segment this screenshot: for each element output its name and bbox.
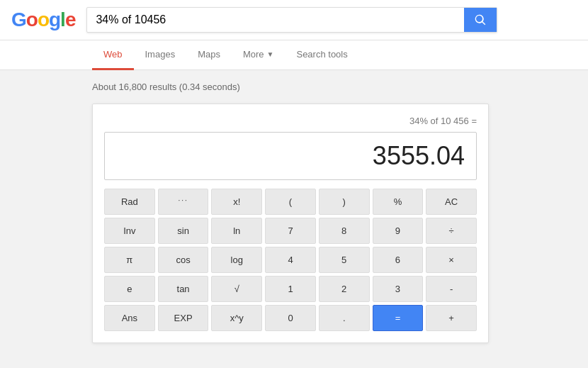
calc-display: 3555.04 bbox=[104, 132, 477, 180]
calc-btn-_[interactable]: . bbox=[319, 305, 370, 331]
tab-more[interactable]: More ▼ bbox=[232, 40, 285, 70]
chevron-down-icon: ▼ bbox=[267, 50, 274, 58]
tab-search-tools[interactable]: Search tools bbox=[285, 40, 358, 70]
calc-buttons: Rad···x!()%ACInvsinln789÷πcoslog456×etan… bbox=[104, 189, 477, 331]
calc-btn-_[interactable]: % bbox=[373, 189, 424, 215]
search-button[interactable] bbox=[464, 8, 497, 32]
calc-btn-ln[interactable]: ln bbox=[211, 218, 262, 244]
calc-btn-_[interactable]: ÷ bbox=[426, 218, 477, 244]
calc-btn-_[interactable]: × bbox=[426, 247, 477, 273]
google-logo[interactable]: Google bbox=[11, 9, 75, 31]
calc-btn-7[interactable]: 7 bbox=[265, 218, 316, 244]
calc-btn-cos[interactable]: cos bbox=[158, 247, 209, 273]
calculator: 34% of 10 456 = 3555.04 Rad···x!()%ACInv… bbox=[92, 104, 489, 343]
calc-btn-8[interactable]: 8 bbox=[319, 218, 370, 244]
header: Google bbox=[0, 0, 588, 40]
calc-btn-_[interactable]: √ bbox=[211, 276, 262, 302]
calc-btn-Rad[interactable]: Rad bbox=[104, 189, 155, 215]
calc-btn-AC[interactable]: AC bbox=[426, 189, 477, 215]
calc-btn-e[interactable]: e bbox=[104, 276, 155, 302]
tab-images[interactable]: Images bbox=[134, 40, 187, 70]
calc-btn-log[interactable]: log bbox=[211, 247, 262, 273]
search-bar bbox=[86, 7, 497, 33]
calc-btn-_[interactable]: ( bbox=[265, 189, 316, 215]
calc-btn-9[interactable]: 9 bbox=[373, 218, 424, 244]
calc-btn-x_y[interactable]: x^y bbox=[211, 305, 262, 331]
tab-maps[interactable]: Maps bbox=[186, 40, 232, 70]
calc-btn-_[interactable]: + bbox=[426, 305, 477, 331]
calc-btn-3[interactable]: 3 bbox=[373, 276, 424, 302]
calc-btn-0[interactable]: 0 bbox=[265, 305, 316, 331]
tab-web[interactable]: Web bbox=[92, 40, 134, 70]
calc-btn-___[interactable]: ··· bbox=[158, 189, 209, 215]
search-input[interactable] bbox=[87, 8, 464, 32]
calc-btn-x_[interactable]: x! bbox=[211, 189, 262, 215]
calc-btn-6[interactable]: 6 bbox=[373, 247, 424, 273]
calc-btn-Inv[interactable]: Inv bbox=[104, 218, 155, 244]
calc-btn-_[interactable]: - bbox=[426, 276, 477, 302]
calc-btn-1[interactable]: 1 bbox=[265, 276, 316, 302]
calc-btn-_[interactable]: = bbox=[373, 305, 424, 331]
calc-btn-sin[interactable]: sin bbox=[158, 218, 209, 244]
calc-btn-Ans[interactable]: Ans bbox=[104, 305, 155, 331]
calc-btn-EXP[interactable]: EXP bbox=[158, 305, 209, 331]
calc-expression: 34% of 10 456 = bbox=[104, 116, 477, 126]
calc-btn-tan[interactable]: tan bbox=[158, 276, 209, 302]
calc-btn-2[interactable]: 2 bbox=[319, 276, 370, 302]
calc-btn-4[interactable]: 4 bbox=[265, 247, 316, 273]
results-count: About 16,800 results (0.34 seconds) bbox=[92, 82, 496, 92]
nav-tabs: Web Images Maps More ▼ Search tools bbox=[0, 40, 588, 70]
calc-btn-_[interactable]: π bbox=[104, 247, 155, 273]
results-area: About 16,800 results (0.34 seconds) 34% … bbox=[0, 70, 588, 355]
calc-btn-_[interactable]: ) bbox=[319, 189, 370, 215]
calc-btn-5[interactable]: 5 bbox=[319, 247, 370, 273]
search-icon bbox=[474, 13, 487, 26]
